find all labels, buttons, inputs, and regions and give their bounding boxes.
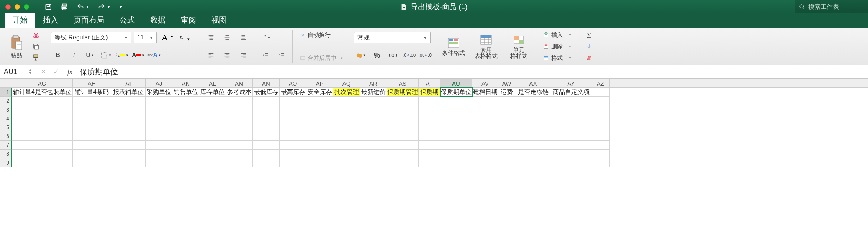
cell-AQ6[interactable] bbox=[333, 132, 360, 141]
cell-AP1[interactable]: 安全库存 bbox=[306, 88, 333, 97]
cell-AQ8[interactable] bbox=[333, 150, 360, 158]
cell-AW3[interactable] bbox=[498, 105, 515, 114]
cell-AP7[interactable] bbox=[306, 141, 333, 150]
column-header-AL[interactable]: AL bbox=[199, 79, 226, 88]
cell-AX5[interactable] bbox=[515, 123, 551, 132]
cell-AT2[interactable] bbox=[419, 97, 440, 105]
cell-AS7[interactable] bbox=[387, 141, 419, 150]
orientation-button[interactable]: ▼ bbox=[259, 32, 272, 43]
cell-AN8[interactable] bbox=[253, 150, 280, 158]
cell-AG5[interactable] bbox=[11, 123, 73, 132]
redo-icon[interactable]: ▼ bbox=[98, 3, 110, 11]
cell-AV4[interactable] bbox=[472, 114, 498, 123]
cell-AW6[interactable] bbox=[498, 132, 515, 141]
tab-data[interactable]: 数据 bbox=[142, 12, 173, 28]
cell-AV3[interactable] bbox=[472, 105, 498, 114]
cell-AL8[interactable] bbox=[199, 150, 226, 158]
cell-AS2[interactable] bbox=[387, 97, 419, 105]
cell-AS4[interactable] bbox=[387, 114, 419, 123]
cell-AT6[interactable] bbox=[419, 132, 440, 141]
wrap-text-button[interactable]: 自动换行 bbox=[296, 30, 346, 40]
cell-AX7[interactable] bbox=[515, 141, 551, 150]
cell-AO8[interactable] bbox=[280, 150, 306, 158]
cell-AU5[interactable] bbox=[440, 123, 472, 132]
cell-AQ2[interactable] bbox=[333, 97, 360, 105]
cell-AK9[interactable] bbox=[172, 158, 199, 167]
cell-AK6[interactable] bbox=[172, 132, 199, 141]
fill-button[interactable] bbox=[582, 41, 596, 52]
align-bottom-button[interactable] bbox=[236, 32, 250, 43]
name-box-stepper[interactable]: ▲▼ bbox=[29, 69, 34, 75]
cell-AJ2[interactable] bbox=[146, 97, 172, 105]
cell-AX9[interactable] bbox=[515, 158, 551, 167]
cut-button[interactable] bbox=[29, 30, 43, 40]
cell-AR5[interactable] bbox=[360, 123, 387, 132]
column-header-AV[interactable]: AV bbox=[472, 79, 498, 88]
select-all-corner[interactable] bbox=[0, 79, 11, 88]
underline-button[interactable]: U▼ bbox=[83, 49, 97, 61]
cell-AQ1[interactable]: 批次管理 bbox=[333, 88, 360, 97]
column-header-AW[interactable]: AW bbox=[498, 79, 515, 88]
cell-AY2[interactable] bbox=[551, 97, 591, 105]
cell-AM7[interactable] bbox=[226, 141, 253, 150]
cell-AP2[interactable] bbox=[306, 97, 333, 105]
formula-input[interactable] bbox=[75, 65, 868, 78]
column-header-AM[interactable]: AM bbox=[226, 79, 253, 88]
cell-AJ8[interactable] bbox=[146, 150, 172, 158]
cell-AY1[interactable]: 商品自定义项 bbox=[551, 88, 591, 97]
cell-AG6[interactable] bbox=[11, 132, 73, 141]
increase-indent-button[interactable] bbox=[275, 49, 288, 61]
cell-AH9[interactable] bbox=[73, 158, 111, 167]
cell-AK7[interactable] bbox=[172, 141, 199, 150]
format-cells-button[interactable]: 格式▼ bbox=[540, 53, 574, 63]
cell-AW4[interactable] bbox=[498, 114, 515, 123]
cell-AG4[interactable] bbox=[11, 114, 73, 123]
column-header-AX[interactable]: AX bbox=[515, 79, 551, 88]
row-header-8[interactable]: 8 bbox=[0, 150, 11, 158]
cell-AJ9[interactable] bbox=[146, 158, 172, 167]
column-header-AO[interactable]: AO bbox=[280, 79, 306, 88]
undo-icon[interactable]: ▼ bbox=[77, 3, 89, 11]
cell-AZ5[interactable] bbox=[591, 123, 610, 132]
cell-AS5[interactable] bbox=[387, 123, 419, 132]
cell-AV7[interactable] bbox=[472, 141, 498, 150]
cell-AV6[interactable] bbox=[472, 132, 498, 141]
number-format-select[interactable]: 常规▼ bbox=[354, 32, 431, 43]
cell-AW2[interactable] bbox=[498, 97, 515, 105]
decrease-font-button[interactable]: A▾ bbox=[175, 32, 190, 43]
column-header-AI[interactable]: AI bbox=[111, 79, 146, 88]
cell-AN5[interactable] bbox=[253, 123, 280, 132]
cell-AL5[interactable] bbox=[199, 123, 226, 132]
column-header-AP[interactable]: AP bbox=[306, 79, 333, 88]
cell-AX6[interactable] bbox=[515, 132, 551, 141]
cell-AZ7[interactable] bbox=[591, 141, 610, 150]
cell-AU2[interactable] bbox=[440, 97, 472, 105]
tab-review[interactable]: 审阅 bbox=[173, 12, 204, 28]
cell-AO7[interactable] bbox=[280, 141, 306, 150]
cell-AW9[interactable] bbox=[498, 158, 515, 167]
cell-AY4[interactable] bbox=[551, 114, 591, 123]
row-header-4[interactable]: 4 bbox=[0, 114, 11, 123]
cell-AQ5[interactable] bbox=[333, 123, 360, 132]
tab-insert[interactable]: 插入 bbox=[35, 12, 66, 28]
cell-AZ9[interactable] bbox=[591, 158, 610, 167]
cell-AZ8[interactable] bbox=[591, 150, 610, 158]
cell-AO2[interactable] bbox=[280, 97, 306, 105]
column-header-AU[interactable]: AU bbox=[440, 79, 472, 88]
cell-AJ3[interactable] bbox=[146, 105, 172, 114]
cell-AJ4[interactable] bbox=[146, 114, 172, 123]
autosum-button[interactable]: Σ bbox=[582, 30, 596, 41]
enter-formula-button[interactable]: ✓ bbox=[53, 67, 59, 76]
cell-AW7[interactable] bbox=[498, 141, 515, 150]
tab-formulas[interactable]: 公式 bbox=[112, 12, 142, 28]
cell-AO5[interactable] bbox=[280, 123, 306, 132]
cell-AP3[interactable] bbox=[306, 105, 333, 114]
cell-AI6[interactable] bbox=[111, 132, 146, 141]
cell-AM1[interactable]: 参考成本 bbox=[226, 88, 253, 97]
row-header-1[interactable]: 1 bbox=[0, 88, 11, 97]
cell-AK1[interactable]: 销售单位 bbox=[172, 88, 199, 97]
cell-AH3[interactable] bbox=[73, 105, 111, 114]
copy-button[interactable] bbox=[29, 41, 43, 51]
currency-button[interactable]: ▼ bbox=[354, 49, 368, 61]
cell-AR8[interactable] bbox=[360, 150, 387, 158]
